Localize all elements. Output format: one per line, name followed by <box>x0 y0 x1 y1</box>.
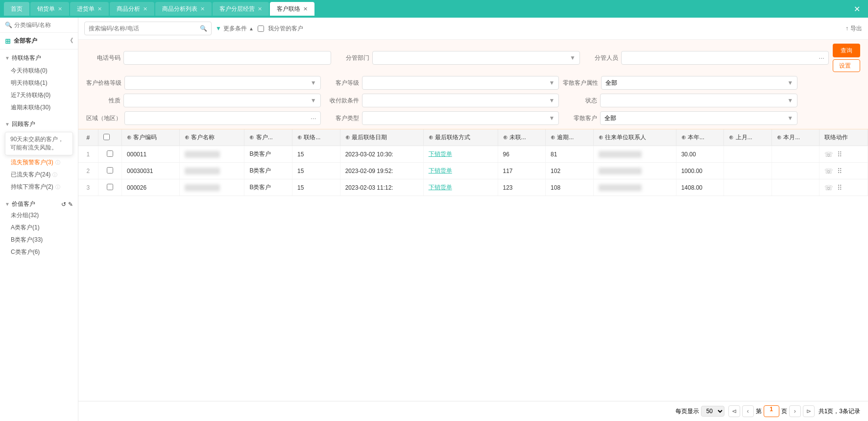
row-checkbox[interactable] <box>107 184 113 190</box>
next-page-btn[interactable]: › <box>789 405 801 417</box>
refresh-icon[interactable]: ↺ <box>61 201 66 208</box>
row-checkbox[interactable] <box>107 167 113 173</box>
col-last-date[interactable]: ⊕ 最后联络日期 <box>340 129 423 146</box>
search-submit-icon[interactable]: 🔍 <box>200 25 207 32</box>
col-this-month[interactable]: ⊕ 本月... <box>772 129 820 146</box>
tab-analysis-list-label: 商品分析列表 <box>162 5 197 13</box>
filter-payment-select[interactable]: ▼ <box>362 94 559 107</box>
per-page-select[interactable]: 50 <box>701 406 724 417</box>
sidebar-group-value-header[interactable]: ▼ 价值客户 ↺ ✎ <box>0 197 78 209</box>
tab-sales-close[interactable]: ✕ <box>58 6 62 12</box>
my-customers-checkbox[interactable] <box>258 25 264 32</box>
tab-home[interactable]: 首页 <box>4 2 29 16</box>
sidebar-all-customers[interactable]: ⊞ 全部客户 《 <box>0 33 78 50</box>
tab-purchase[interactable]: 进货单 ✕ <box>70 2 109 16</box>
contact-person-blurred: XXXXXXXXXXX <box>599 151 642 158</box>
query-button[interactable]: 查询 <box>833 44 860 57</box>
col-code[interactable]: ⊕ 客户编码 <box>122 129 180 146</box>
cell-last-way[interactable]: 下销货单 <box>423 146 498 163</box>
settings-button[interactable]: 设置 <box>833 59 860 72</box>
filter-retail-customer-select[interactable]: 全部 ▼ <box>600 111 797 125</box>
prev-page-btn[interactable]: ‹ <box>742 405 754 417</box>
cell-this-year: 1408.00 <box>676 179 724 196</box>
tab-customer-layer[interactable]: 客户分层经营 ✕ <box>213 2 269 16</box>
cell-num: 2 <box>78 163 98 179</box>
filter-retail-attr-select[interactable]: 全部 ▼ <box>601 76 797 90</box>
action-phone-icon[interactable]: ☏ <box>824 184 833 192</box>
sidebar-item-class-b[interactable]: B类客户(33) <box>0 234 78 246</box>
last-way-link[interactable]: 下销货单 <box>429 150 452 157</box>
sidebar-item-today[interactable]: 今天待联络(0) <box>0 65 78 77</box>
sidebar-item-7days[interactable]: 近7天待联络(0) <box>0 89 78 101</box>
tab-analysis-list-close[interactable]: ✕ <box>200 6 205 12</box>
cell-num: 1 <box>78 146 98 163</box>
row-checkbox[interactable] <box>107 150 113 157</box>
sidebar-search-input[interactable] <box>14 22 78 28</box>
tab-analysis-label: 商品分析 <box>117 5 140 13</box>
sidebar-group-pending-header[interactable]: ▼ 待联络客户 <box>0 51 78 65</box>
sidebar-item-churn-warning[interactable]: 流失预警客户(3) ⓘ <box>0 156 78 169</box>
cell-type: B类客户 <box>244 146 292 163</box>
col-overdue[interactable]: ⊕ 逾期... <box>546 129 594 146</box>
tab-analysis-list[interactable]: 商品分析列表 ✕ <box>155 2 212 16</box>
col-name[interactable]: ⊕ 客户名称 <box>179 129 244 146</box>
col-last-way[interactable]: ⊕ 最后联络方式 <box>423 129 498 146</box>
cell-last-way[interactable]: 下销货单 <box>423 179 498 196</box>
sidebar-item-overdue[interactable]: 逾期未联络(30) <box>0 101 78 114</box>
filter-customer-level-select[interactable]: ▼ <box>362 76 559 90</box>
tab-analysis[interactable]: 商品分析 ✕ <box>110 2 154 16</box>
action-phone-icon[interactable]: ☏ <box>824 150 833 158</box>
cell-last-way[interactable]: 下销货单 <box>423 163 498 179</box>
action-more-icon[interactable]: ⠿ <box>837 184 842 192</box>
tab-customer-connect[interactable]: 客户联络 ✕ <box>270 2 314 16</box>
tab-customer-layer-close[interactable]: ✕ <box>258 6 262 12</box>
filter-phone-input[interactable] <box>123 51 331 65</box>
sidebar-item-declining[interactable]: 持续下滑客户(2) ⓘ <box>0 181 78 193</box>
col-type[interactable]: ⊕ 客户... <box>244 129 292 146</box>
cell-contact-count: 15 <box>292 179 340 196</box>
sidebar-item-class-c[interactable]: C类客户(6) <box>0 246 78 258</box>
filter-dept-select[interactable]: ▼ <box>372 51 580 65</box>
edit-icon[interactable]: ✎ <box>68 201 73 208</box>
collapse-icon[interactable]: 《 <box>67 37 73 45</box>
col-no-contact[interactable]: ⊕ 未联... <box>498 129 546 146</box>
filter-manager-input[interactable]: ··· <box>621 51 829 65</box>
col-contact-person[interactable]: ⊕ 往来单位联系人 <box>593 129 676 146</box>
export-button[interactable]: ↑ 导出 <box>845 25 862 33</box>
first-page-btn[interactable]: ⊲ <box>728 405 740 417</box>
more-icon-manager[interactable]: ··· <box>819 54 824 62</box>
cell-this-year: 30.00 <box>676 146 724 163</box>
query-btn-group: 查询 设置 <box>833 44 860 72</box>
filter-price-level-select[interactable]: ▼ <box>124 76 321 90</box>
last-way-link[interactable]: 下销货单 <box>429 167 452 174</box>
tab-customer-connect-close[interactable]: ✕ <box>303 6 308 12</box>
action-phone-icon[interactable]: ☏ <box>824 167 833 175</box>
more-icon-region[interactable]: ··· <box>311 114 316 122</box>
my-customers-toggle[interactable]: 我分管的客户 <box>258 25 303 33</box>
last-way-link[interactable]: 下销货单 <box>429 184 452 191</box>
sidebar-item-tomorrow[interactable]: 明天待联络(1) <box>0 77 78 89</box>
sidebar-item-class-a[interactable]: A类客户(1) <box>0 222 78 234</box>
sidebar-group-review-header[interactable]: ▼ 回顾客户 <box>0 118 78 131</box>
sidebar-item-ungroup[interactable]: 未分组(32) <box>0 209 78 222</box>
close-all-tabs[interactable]: ✕ <box>850 2 864 16</box>
select-all-checkbox[interactable] <box>103 134 110 140</box>
col-this-year[interactable]: ⊕ 本年... <box>676 129 724 146</box>
filter-customer-type-select[interactable]: ▼ <box>362 111 559 125</box>
tab-analysis-close[interactable]: ✕ <box>143 6 147 12</box>
last-page-btn[interactable]: ⊳ <box>803 405 815 417</box>
filter-toggle[interactable]: ▼ 更多条件 ▲ <box>216 25 254 33</box>
tab-sales[interactable]: 销货单 ✕ <box>30 2 69 16</box>
search-input[interactable] <box>89 25 198 32</box>
filter-region-input[interactable]: ··· <box>124 111 321 125</box>
filter-status-select[interactable]: ▼ <box>600 94 797 107</box>
col-contact[interactable]: ⊕ 联络... <box>292 129 340 146</box>
filter-payment: 收付款条件 ▼ <box>325 94 559 107</box>
col-last-month[interactable]: ⊕ 上月... <box>724 129 772 146</box>
tab-purchase-close[interactable]: ✕ <box>97 6 102 12</box>
sidebar-item-churned[interactable]: 已流失客户(24) ⓘ <box>0 169 78 181</box>
action-more-icon[interactable]: ⠿ <box>837 150 842 158</box>
filter-nature-select[interactable]: ▼ <box>123 94 321 107</box>
current-page[interactable]: 1 <box>764 405 779 417</box>
action-more-icon[interactable]: ⠿ <box>837 167 842 175</box>
